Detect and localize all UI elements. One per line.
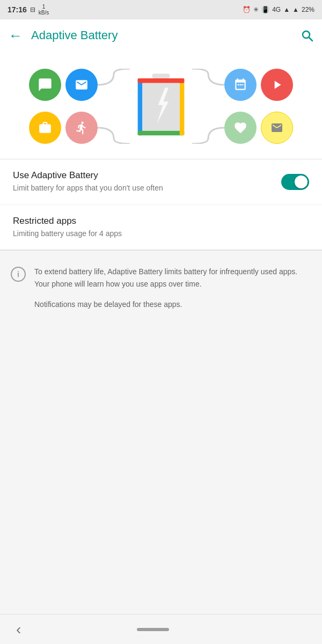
- nav-back-icon: ‹: [16, 621, 21, 638]
- connector-line-bottom: [98, 112, 130, 144]
- home-indicator[interactable]: [137, 628, 169, 631]
- svg-rect-10: [240, 84, 241, 85]
- restricted-apps-subtitle: Limiting battery usage for 4 apps: [13, 229, 309, 239]
- right-icon-col2: [261, 69, 293, 144]
- wifi-icon: ▲: [292, 6, 299, 13]
- email-icon: [65, 69, 98, 101]
- left-connector: [98, 69, 130, 144]
- adaptive-battery-toggle[interactable]: [281, 174, 309, 190]
- right-connector-top: [192, 69, 224, 101]
- svg-rect-4: [138, 131, 185, 136]
- hero-inner: [21, 69, 301, 144]
- status-right: ⏰ ✳ 📳 4G ▲ ▲ 22%: [243, 6, 314, 13]
- left-icon-col2: [65, 69, 98, 144]
- restricted-apps-title: Restricted apps: [13, 216, 309, 226]
- adaptive-battery-title: Use Adaptive Battery: [13, 170, 275, 181]
- svg-rect-3: [138, 78, 143, 135]
- signal-icon: ▲: [283, 6, 290, 13]
- svg-rect-5: [180, 78, 185, 135]
- sim-icon: ⊟: [30, 6, 35, 13]
- adaptive-battery-subtitle: Limit battery for apps that you don't us…: [13, 183, 275, 194]
- left-icon-col: [29, 69, 61, 144]
- page-title: Adaptive Battery: [31, 28, 301, 42]
- restricted-apps-text: Restricted apps Limiting battery usage f…: [13, 216, 309, 239]
- status-left: 17:16 ⊟ 1kB/s: [8, 4, 49, 16]
- right-connector-bottom: [192, 112, 224, 144]
- info-paragraph-2: Notifications may be delayed for these a…: [34, 298, 311, 310]
- battery-svg: [134, 71, 188, 141]
- search-button[interactable]: [301, 29, 313, 42]
- info-section: i To extend battery life, Adaptive Batte…: [0, 250, 322, 325]
- alarm-icon: ⏰: [243, 6, 251, 13]
- network-icon: 4G: [272, 6, 281, 13]
- adaptive-battery-text: Use Adaptive Battery Limit battery for a…: [13, 170, 275, 194]
- svg-rect-6: [138, 78, 185, 83]
- back-button[interactable]: ←: [9, 27, 23, 44]
- fitness-icon: [65, 112, 98, 144]
- work-icon: [29, 112, 61, 144]
- info-icon: i: [11, 267, 26, 282]
- right-icon-col: [224, 69, 257, 144]
- battery-percentage: 22%: [302, 6, 314, 13]
- messages-icon: [29, 69, 61, 101]
- nav-back-button[interactable]: ‹: [16, 621, 21, 638]
- media-icon: [261, 69, 293, 101]
- adaptive-battery-item[interactable]: Use Adaptive Battery Limit battery for a…: [0, 159, 322, 205]
- search-icon: [301, 29, 313, 42]
- svg-marker-12: [275, 80, 281, 89]
- info-paragraph-1: To extend battery life, Adaptive Battery…: [34, 266, 311, 290]
- bottom-nav: ‹: [0, 614, 322, 644]
- status-bar: 17:16 ⊟ 1kB/s ⏰ ✳ 📳 4G ▲ ▲ 22%: [0, 0, 322, 19]
- right-connector: [192, 69, 224, 144]
- vibrate-icon: 📳: [261, 6, 269, 13]
- connector-line-top: [98, 69, 130, 101]
- svg-rect-9: [238, 84, 239, 85]
- svg-rect-7: [142, 83, 179, 131]
- mail2-icon: [261, 112, 293, 144]
- app-bar: ← Adaptive Battery: [0, 19, 322, 52]
- back-icon: ←: [9, 27, 23, 44]
- data-speed: 1kB/s: [39, 4, 49, 16]
- battery-illustration: [134, 71, 188, 141]
- status-time: 17:16: [8, 5, 27, 14]
- health-icon: [224, 112, 257, 144]
- calendar-icon: [224, 69, 257, 101]
- svg-line-1: [309, 38, 313, 41]
- bluetooth-icon: ✳: [253, 6, 259, 13]
- svg-rect-11: [242, 84, 243, 85]
- settings-section: Use Adaptive Battery Limit battery for a…: [0, 159, 322, 250]
- info-text: To extend battery life, Adaptive Battery…: [34, 266, 311, 310]
- hero-section: [0, 52, 322, 159]
- svg-rect-2: [152, 74, 170, 78]
- restricted-apps-item[interactable]: Restricted apps Limiting battery usage f…: [0, 205, 322, 250]
